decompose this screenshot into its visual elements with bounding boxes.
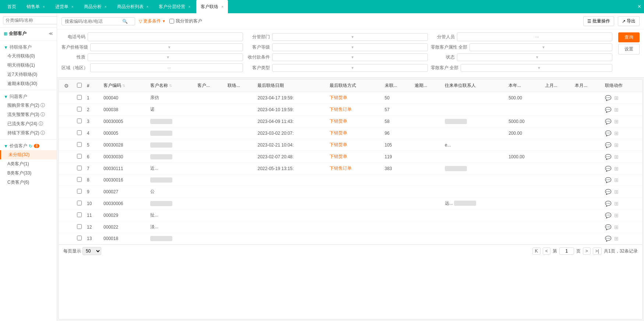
next-page-button[interactable]: > <box>583 247 591 255</box>
nav-contact-close[interactable]: × <box>221 5 224 9</box>
row-checkbox[interactable] <box>77 224 82 229</box>
grid-action-icon[interactable]: ⊞ <box>614 201 619 207</box>
comment-icon[interactable]: 💬 <box>605 107 611 113</box>
manager-select[interactable]: ··· <box>457 32 612 41</box>
export-button[interactable]: ↗ 导出 <box>618 16 640 26</box>
sidebar-group-value[interactable]: ▼ 价值客户 ↻ 8 <box>0 141 57 150</box>
settings-icon[interactable]: ⚙ <box>64 83 69 89</box>
batch-operation-button[interactable]: ☰ 批量操作 <box>583 16 614 26</box>
contact-method-link[interactable]: 下销货单 <box>330 154 347 159</box>
nav-home[interactable]: 首页 <box>3 0 21 13</box>
sidebar-item-overdue-contact[interactable]: 逾期未联络(30) <box>0 79 57 88</box>
row-checkbox[interactable] <box>77 119 82 123</box>
comment-icon[interactable]: 💬 <box>605 154 611 160</box>
contact-method-link[interactable]: 下销货单 <box>330 130 347 135</box>
search-icon[interactable]: 🔍 <box>122 19 128 24</box>
th-overdue[interactable]: 逾期... <box>412 80 443 92</box>
my-customer-check[interactable] <box>169 19 174 24</box>
nav-seg-close[interactable]: × <box>188 5 190 9</box>
comment-icon[interactable]: 💬 <box>605 201 611 207</box>
th-type[interactable]: 客户... <box>195 80 225 92</box>
sidebar-item-7days[interactable]: 近7天待联络(0) <box>0 70 57 79</box>
row-checkbox[interactable] <box>77 189 82 194</box>
sidebar-item-declining[interactable]: 持续下滑客户(2) ⓘ <box>0 128 57 138</box>
grid-action-icon[interactable]: ⊞ <box>614 95 619 101</box>
sidebar-item-churn-warning[interactable]: 流失预警客户(3) ⓘ <box>0 110 57 119</box>
sidebar-item-a-class[interactable]: A类客户(1) <box>0 159 57 169</box>
row-checkbox[interactable] <box>77 154 82 159</box>
row-checkbox[interactable] <box>77 95 82 100</box>
comment-icon[interactable]: 💬 <box>605 212 611 218</box>
more-conditions-button[interactable]: ▽ 更多条件 ▼ <box>139 18 166 24</box>
sidebar-item-churned[interactable]: 已流失客户(24) ⓘ <box>0 119 57 128</box>
row-checkbox[interactable] <box>77 130 82 135</box>
status-select[interactable]: ▼ <box>457 53 612 61</box>
sidebar-item-no-group[interactable]: 未分组(32) <box>0 150 57 159</box>
row-checkbox[interactable] <box>77 166 82 170</box>
grid-action-icon[interactable]: ⊞ <box>614 166 619 172</box>
sidebar-item-c-class[interactable]: C类客户(6) <box>0 178 57 187</box>
th-last-contact-method[interactable]: 最后联络方式 <box>327 80 382 92</box>
nav-product-close[interactable]: × <box>105 5 107 9</box>
my-customer-checkbox[interactable]: 我分管的客户 <box>169 18 202 24</box>
region-select[interactable]: ··· <box>90 63 243 72</box>
row-checkbox[interactable] <box>77 177 82 182</box>
row-checkbox[interactable] <box>77 236 82 240</box>
th-code[interactable]: 客户编码 ⇅ <box>101 80 148 92</box>
sidebar-item-b-class[interactable]: B类客户(33) <box>0 169 57 178</box>
th-this-year[interactable]: 本年... <box>506 80 542 92</box>
nav-product-list-close[interactable]: × <box>147 5 149 9</box>
sidebar-group-problem[interactable]: ▼ 问题客户 <box>0 92 57 101</box>
comment-icon[interactable]: 💬 <box>605 224 611 230</box>
refresh-icon[interactable]: ↻ <box>29 144 32 149</box>
nav-sales-close[interactable]: × <box>43 5 45 9</box>
grid-action-icon[interactable]: ⊞ <box>614 119 619 124</box>
th-name[interactable]: 客户名称 ⇅ <box>148 80 195 92</box>
grid-action-icon[interactable]: ⊞ <box>614 236 619 241</box>
phone-input[interactable] <box>88 32 243 41</box>
contact-method-link[interactable]: 下销货单 <box>330 119 347 124</box>
grid-action-icon[interactable]: ⊞ <box>614 142 619 148</box>
sidebar-item-today[interactable]: 今天待联络(0) <box>0 52 57 61</box>
th-last-contact-date[interactable]: 最后联络日期 <box>255 80 327 92</box>
retail-attr-select[interactable]: ▼ <box>469 43 612 51</box>
contact-method-link[interactable]: 下销售订单 <box>330 166 352 171</box>
prev-page-button[interactable]: < <box>543 247 550 255</box>
sidebar-item-tomorrow[interactable]: 明天待联络(1) <box>0 61 57 70</box>
contact-method-link[interactable]: 下销售订单 <box>330 107 352 112</box>
grid-action-icon[interactable]: ⊞ <box>614 107 619 113</box>
reset-button[interactable]: 设置 <box>618 44 640 54</box>
sidebar-group-pending[interactable]: ▼ 待联络客户 <box>0 42 57 52</box>
comment-icon[interactable]: 💬 <box>605 189 611 195</box>
query-button[interactable]: 查询 <box>618 32 640 42</box>
nature-select[interactable]: ▼ <box>88 53 243 61</box>
comment-icon[interactable]: 💬 <box>605 130 611 136</box>
th-no-contact[interactable]: 未联... <box>383 80 413 92</box>
nav-purchase-close[interactable]: × <box>71 5 74 9</box>
last-page-button[interactable]: >| <box>593 247 602 255</box>
th-this-month[interactable]: 本月... <box>573 80 603 92</box>
window-close-button[interactable]: × <box>638 3 641 10</box>
contact-method-link[interactable]: 下销货单 <box>330 95 347 100</box>
row-checkbox[interactable] <box>77 107 82 112</box>
nav-product-analysis[interactable]: 商品分析 × <box>80 0 111 13</box>
nav-purchase-order[interactable]: 进货单 × <box>51 0 78 13</box>
contact-method-link[interactable]: 下销货单 <box>330 142 347 147</box>
comment-icon[interactable]: 💬 <box>605 177 611 183</box>
select-all-checkbox[interactable] <box>77 83 82 88</box>
grid-action-icon[interactable]: ⊞ <box>614 224 619 230</box>
grid-action-icon[interactable]: ⊞ <box>614 189 619 195</box>
sidebar-item-abnormal[interactable]: 囤购异常客户(2) ⓘ <box>0 101 57 110</box>
grid-action-icon[interactable]: ⊞ <box>614 212 619 218</box>
manager-more-icon[interactable]: ··· <box>534 34 609 39</box>
price-level-select[interactable]: ▼ <box>90 43 243 51</box>
row-checkbox[interactable] <box>77 212 82 217</box>
collapse-icon[interactable]: ≪ <box>49 31 53 36</box>
nav-product-analysis-list[interactable]: 商品分析列表 × <box>113 0 153 13</box>
retail-customer-select[interactable]: ▼ <box>461 64 612 72</box>
customer-level-select[interactable]: ▼ <box>272 43 427 51</box>
dept-select[interactable]: ▼ <box>272 33 427 41</box>
row-checkbox[interactable] <box>77 142 82 147</box>
th-last-month[interactable]: 上月... <box>543 80 573 92</box>
th-contact[interactable]: 联络... <box>225 80 256 92</box>
